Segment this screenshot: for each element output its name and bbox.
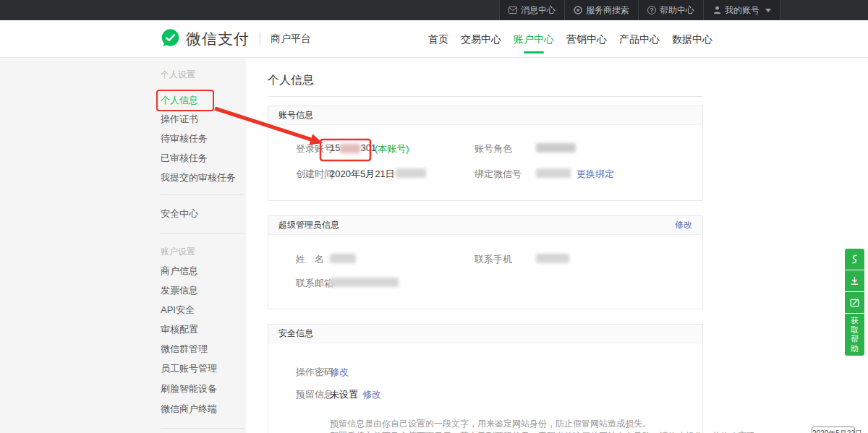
help-icon: ?	[647, 6, 656, 14]
main-content: 个人信息 账号信息 登录账号 15301 (本账号) 账号角色 创建时间 202…	[246, 58, 868, 433]
nav-item-transaction-center[interactable]: 交易中心	[461, 20, 501, 58]
sidebar-item-merchant-info[interactable]: 商户信息	[161, 265, 198, 278]
sidebar-group-account-settings: 账户设置	[161, 246, 195, 258]
wechat-pay-logo-icon	[161, 28, 180, 51]
contact-email-label: 联系邮箱	[296, 277, 333, 290]
sidebar-item-security-center[interactable]: 安全中心	[161, 207, 198, 220]
service-provider-search-label: 服务商搜索	[586, 4, 629, 17]
get-help-char: 获	[851, 316, 859, 325]
redacted-account-role	[536, 143, 576, 153]
contact-phone-label: 联系手机	[475, 253, 512, 266]
nav-item-account-center[interactable]: 账户中心	[514, 20, 554, 58]
nav-item-data-center[interactable]: 数据中心	[672, 20, 712, 58]
link-icon	[849, 254, 860, 265]
primary-nav: 首页 交易中心 账户中心 营销中心 产品中心 数据中心	[428, 20, 712, 58]
edit-reserved-info-link[interactable]: 修改	[362, 388, 381, 401]
super-admin-panel: 超级管理员信息 修改 姓 名 联系手机 联系邮箱	[268, 215, 703, 309]
security-info-panel: 安全信息 操作密码 修改 预留信息 未设置 修改 预留信息是由你自己设置的一段文…	[268, 324, 703, 433]
description-line: 预留信息是由你自己设置的一段文字，用来鉴定网站身份，防止假冒网站造成损失。	[330, 418, 764, 430]
redacted-contact-phone	[536, 254, 569, 263]
nav-item-product-center[interactable]: 产品中心	[619, 20, 660, 58]
top-utility-menu: 消息中心 服务商搜索 ? 帮助中心 我的账号	[499, 0, 780, 20]
sidebar-item-pending-review-tasks[interactable]: 待审核任务	[161, 132, 208, 145]
get-help-button[interactable]: 获 取 帮 助	[845, 314, 864, 356]
download-button[interactable]	[845, 270, 864, 291]
edit-admin-link[interactable]: 修改	[675, 216, 692, 234]
user-icon	[712, 6, 721, 14]
reserved-info-description: 预留信息是由你自己设置的一段文字，用来鉴定网站身份，防止假冒网站造成损失。 配置…	[330, 418, 764, 433]
sidebar-item-my-submitted-review-tasks[interactable]: 我提交的审核任务	[161, 171, 236, 184]
my-account-label: 我的账号	[725, 4, 760, 17]
get-help-char: 帮	[851, 335, 859, 344]
portal-name: 商户平台	[271, 33, 311, 46]
redacted-created-time	[396, 168, 426, 178]
get-help-char: 助	[851, 344, 859, 353]
security-info-title: 安全信息	[278, 325, 313, 343]
logo-divider	[260, 33, 260, 46]
sidebar-item-api-security[interactable]: API安全	[161, 304, 195, 317]
page-title: 个人信息	[268, 73, 314, 88]
brand-logo[interactable]: 微信支付 商户平台	[161, 20, 311, 58]
created-time-label: 创建时间	[296, 168, 333, 181]
redacted-login-middle	[340, 144, 360, 153]
sidebar-item-review-config[interactable]: 审核配置	[161, 323, 198, 336]
login-account-label: 登录账号	[296, 142, 333, 155]
sidebar-item-wechat-merchant-terminal[interactable]: 微信商户终端	[161, 403, 217, 416]
description-line: 配置后将在首页及充值页面显示。若未看到预留信息，表明当前访问的网站存在风险，请终…	[330, 430, 764, 433]
name-label: 姓 名	[296, 253, 324, 266]
account-role-label: 账号角色	[475, 142, 512, 155]
title-divider	[268, 96, 703, 97]
chevron-down-icon	[765, 9, 771, 12]
redacted-name	[330, 254, 356, 263]
top-utility-bar: 消息中心 服务商搜索 ? 帮助中心 我的账号	[0, 0, 868, 20]
sidebar-item-invoice-info[interactable]: 发票信息	[161, 284, 198, 297]
redacted-contact-email	[330, 278, 399, 287]
mail-icon	[509, 6, 517, 14]
sidebar: 个人设置 个人信息 操作证书 待审核任务 已审核任务 我提交的审核任务 安全中心…	[0, 58, 246, 433]
sidebar-item-reviewed-tasks[interactable]: 已审核任务	[161, 152, 208, 165]
sidebar-group-personal-settings: 个人设置	[161, 69, 195, 81]
operation-password-label: 操作密码	[296, 366, 333, 379]
site-header: 微信支付 商户平台 首页 交易中心 账户中心 营销中心 产品中心 数据中心	[0, 20, 868, 58]
change-binding-link[interactable]: 更换绑定	[576, 168, 614, 181]
reserved-info-value: 未设置	[330, 388, 358, 401]
date-tooltip: 2020年5月22日	[812, 426, 855, 433]
sidebar-item-face-payment-devices[interactable]: 刷脸智能设备	[161, 382, 217, 395]
service-provider-search-item[interactable]: 服务商搜索	[565, 0, 639, 20]
reserved-info-label: 预留信息	[296, 388, 333, 401]
bound-wechat-label: 绑定微信号	[475, 168, 522, 181]
current-account-tag: (本账号)	[375, 142, 409, 155]
sidebar-divider	[161, 233, 244, 233]
sidebar-item-operation-certificate[interactable]: 操作证书	[161, 113, 198, 126]
edit-password-link[interactable]: 修改	[330, 366, 349, 379]
feedback-button[interactable]	[845, 292, 864, 313]
account-info-title: 账号信息	[278, 106, 313, 124]
redacted-bound-wechat	[536, 168, 571, 178]
created-time-value: 2020年5月21日	[330, 168, 395, 181]
sidebar-item-personal-info[interactable]: 个人信息	[161, 94, 198, 107]
account-info-panel: 账号信息 登录账号 15301 (本账号) 账号角色 创建时间 2020年5月2…	[268, 106, 703, 201]
edit-icon	[849, 297, 860, 308]
message-center-item[interactable]: 消息中心	[499, 0, 565, 20]
sidebar-divider	[161, 428, 244, 429]
sidebar-item-wechat-group-management[interactable]: 微信群管理	[161, 343, 208, 356]
brand-name: 微信支付	[186, 29, 250, 49]
download-icon	[849, 275, 860, 286]
link-button[interactable]	[845, 249, 864, 270]
super-admin-title: 超级管理员信息	[278, 216, 339, 234]
nav-item-home[interactable]: 首页	[428, 20, 448, 58]
nav-item-marketing-center[interactable]: 营销中心	[566, 20, 607, 58]
help-center-item[interactable]: ? 帮助中心	[639, 0, 704, 20]
get-help-char: 取	[851, 325, 859, 335]
login-account-value: 15301	[330, 142, 376, 153]
help-center-label: 帮助中心	[660, 4, 694, 17]
floating-action-panel: 获 取 帮 助	[845, 249, 864, 356]
message-center-label: 消息中心	[521, 4, 556, 17]
sidebar-divider	[161, 194, 244, 195]
my-account-item[interactable]: 我的账号	[704, 0, 780, 20]
wechat-pay-merchant-portal: 消息中心 服务商搜索 ? 帮助中心 我的账号	[0, 0, 868, 433]
sidebar-item-staff-account-management[interactable]: 员工账号管理	[161, 362, 217, 375]
search-icon	[574, 6, 582, 14]
